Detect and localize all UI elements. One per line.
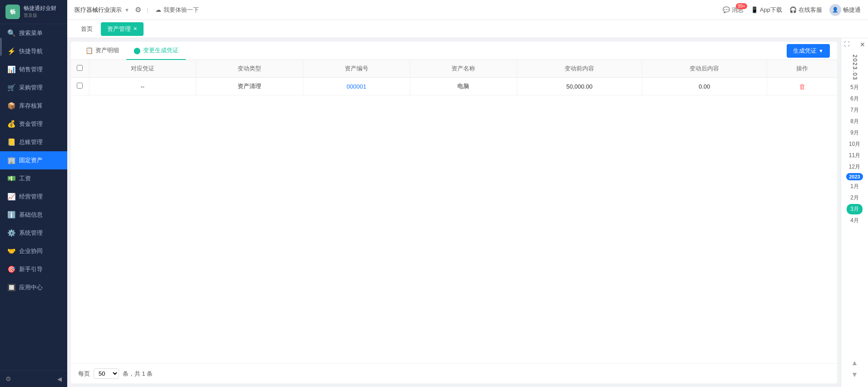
box-icon: 📦 [7, 102, 15, 110]
message-button[interactable]: 💬 消息 99+ [723, 6, 744, 14]
month-9[interactable]: 9月 [847, 128, 863, 138]
month-6[interactable]: 6月 [847, 94, 863, 104]
topbar: 医疗器械行业演示 ▼ ⚙ | ☁ 我要体验一下 💬 消息 99+ 📱 App下载… [67, 0, 868, 20]
sidebar-item-newguide[interactable]: 🎯 新手引导 [0, 260, 67, 278]
sidebar-item-purchase[interactable]: 🛒 采购管理 [0, 79, 67, 97]
generate-btn-wrap: 生成凭证 ▼ [787, 44, 830, 58]
sidebar-menu: 🔍 搜索菜单 ⚡ 快捷导航 📊 销售管理 🛒 采购管理 📦 库存核算 💰 资金管… [0, 24, 67, 370]
th-operation: 操作 [767, 60, 838, 78]
target-icon: 🎯 [7, 265, 15, 273]
panel-down-icon[interactable]: ▼ [851, 371, 858, 379]
month-2023-4[interactable]: 4月 [847, 215, 863, 226]
generate-dropdown-arrow: ▼ [818, 48, 823, 54]
inner-tabbar: 📋 资产明细 ⬤ 变更生成凭证 生成凭证 ▼ [71, 42, 837, 60]
detail-tab-icon: 📋 [85, 47, 93, 54]
content-area: 📋 资产明细 ⬤ 变更生成凭证 生成凭证 ▼ [67, 38, 868, 387]
th-asset-no: 资产编号 [303, 60, 410, 78]
message-icon: 💬 [723, 6, 730, 13]
page-size-select[interactable]: 10 20 50 100 [94, 368, 119, 379]
inner-tab-asset-detail[interactable]: 📋 资产明细 [78, 42, 126, 60]
month-8[interactable]: 8月 [847, 116, 863, 127]
table-header-row: 对应凭证 变动类型 资产编号 资产名称 [71, 60, 837, 78]
company-name: 医疗器械行业演示 [74, 6, 122, 14]
panel-up-icon[interactable]: ▲ [851, 359, 858, 367]
row-asset-no[interactable]: 000001 [303, 78, 410, 95]
message-badge: 99+ [736, 3, 747, 9]
feedback-icon: ☁ [155, 6, 161, 13]
panel-year-label: 2023.03 [852, 55, 858, 80]
sidebar-item-payroll[interactable]: 💵 工资 [0, 169, 67, 188]
collapse-toggle[interactable]: ◀ [57, 376, 62, 382]
phone-icon: 📱 [751, 6, 758, 13]
trend-icon: 📈 [7, 193, 15, 201]
month-2023-3[interactable]: 3月 [847, 204, 863, 214]
month-12[interactable]: 12月 [845, 162, 864, 172]
row-checkbox[interactable] [77, 83, 83, 89]
sidebar-item-fixedassets[interactable]: 🏢 固定资产 [0, 151, 67, 169]
inner-tab-change-voucher[interactable]: ⬤ 变更生成凭证 [126, 42, 186, 60]
sidebar-bottom: ⚙ ◀ [0, 370, 67, 387]
panel-close-icon[interactable]: ✕ [860, 41, 865, 48]
sidebar-item-collab[interactable]: 🤝 企业协同 [0, 242, 67, 260]
month-2023-1[interactable]: 1月 [847, 181, 863, 192]
panel-expand-icon[interactable]: ⛶ [844, 41, 849, 47]
settings-bottom-icon[interactable]: ⚙ [5, 375, 11, 382]
month-7[interactable]: 7月 [847, 105, 863, 115]
month-11[interactable]: 11月 [845, 150, 864, 161]
sidebar-item-ledger[interactable]: 📒 总账管理 [0, 133, 67, 151]
company-selector[interactable]: 医疗器械行业演示 ▼ [74, 6, 129, 14]
tab-close-icon[interactable]: ✕ [133, 26, 137, 32]
data-table: 对应凭证 变动类型 资产编号 资产名称 [71, 60, 837, 95]
headset-icon: 🎧 [789, 6, 797, 13]
row-voucher: -- [89, 78, 196, 95]
right-panel: ✕ ⛶ 2023.03 5月 6月 7月 8月 9月 10月 11月 12月 2… [841, 38, 868, 387]
tab-asset-management[interactable]: 资产管理 ✕ [101, 22, 144, 36]
month-10[interactable]: 10月 [845, 139, 864, 149]
sidebar-item-quicknav[interactable]: ⚡ 快捷导航 [0, 42, 67, 60]
sidebar-item-sysadmin[interactable]: ⚙️ 系统管理 [0, 224, 67, 242]
divider: | [147, 6, 148, 13]
tab-home[interactable]: 首页 [74, 22, 99, 36]
delete-icon[interactable]: 🗑 [799, 83, 806, 90]
th-change-type: 变动类型 [196, 60, 303, 78]
th-checkbox [71, 60, 89, 78]
month-5[interactable]: 5月 [847, 82, 863, 93]
main-area: 医疗器械行业演示 ▼ ⚙ | ☁ 我要体验一下 💬 消息 99+ 📱 App下载… [67, 0, 868, 387]
th-after-content: 变动后内容 [642, 60, 767, 78]
month-2023-2[interactable]: 2月 [847, 193, 863, 203]
sidebar-item-sales[interactable]: 📊 销售管理 [0, 60, 67, 79]
select-all-checkbox[interactable] [77, 65, 83, 71]
money-icon: 💰 [7, 120, 15, 128]
feedback-button[interactable]: ☁ 我要体验一下 [155, 6, 199, 14]
avatar: 👤 [829, 4, 841, 16]
sidebar-logo: 畅 畅捷通好业财 普及版 [0, 0, 67, 24]
company-dropdown-arrow: ▼ [124, 7, 129, 13]
year-2023-marker[interactable]: 2023 [846, 173, 863, 180]
sidebar-item-appcenter[interactable]: 🔲 应用中心 [0, 278, 67, 297]
row-checkbox-cell [71, 78, 89, 95]
pagination: 每页 10 20 50 100 条，共 1 条 [71, 363, 837, 383]
user-menu[interactable]: 👤 畅捷通 [829, 4, 861, 16]
topbar-settings-icon[interactable]: ⚙ [135, 5, 141, 14]
generate-voucher-button[interactable]: 生成凭证 ▼ [787, 44, 830, 58]
scrollbar-thumb [0, 38, 2, 56]
sidebar-item-search[interactable]: 🔍 搜索菜单 [0, 24, 67, 42]
app-download-button[interactable]: 📱 App下载 [751, 6, 782, 14]
data-table-wrap: 对应凭证 变动类型 资产编号 资产名称 [71, 60, 837, 363]
ledger-icon: 📒 [7, 138, 15, 146]
row-asset-name: 电脑 [410, 78, 517, 95]
topbar-right: 💬 消息 99+ 📱 App下载 🎧 在线客服 👤 畅捷通 [723, 4, 861, 16]
page-body: 📋 资产明细 ⬤ 变更生成凭证 生成凭证 ▼ [71, 42, 837, 383]
sidebar-item-finance[interactable]: 💰 资金管理 [0, 115, 67, 133]
tabbar: 首页 资产管理 ✕ [67, 20, 868, 38]
sidebar-item-operations[interactable]: 📈 经营管理 [0, 188, 67, 206]
cart-icon: 🛒 [7, 84, 15, 92]
panel-nav: ▲ ▼ [851, 359, 858, 383]
online-support-button[interactable]: 🎧 在线客服 [789, 6, 822, 14]
row-before-content: 50,000.00 [517, 78, 642, 95]
sidebar-item-inventory[interactable]: 📦 库存核算 [0, 97, 67, 115]
building-icon: 🏢 [7, 156, 15, 164]
sidebar-item-basicinfo[interactable]: ℹ️ 基础信息 [0, 206, 67, 224]
month-list: 5月 6月 7月 8月 9月 10月 11月 12月 2023 1月 2月 3月… [845, 82, 864, 226]
lightning-icon: ⚡ [7, 47, 15, 55]
